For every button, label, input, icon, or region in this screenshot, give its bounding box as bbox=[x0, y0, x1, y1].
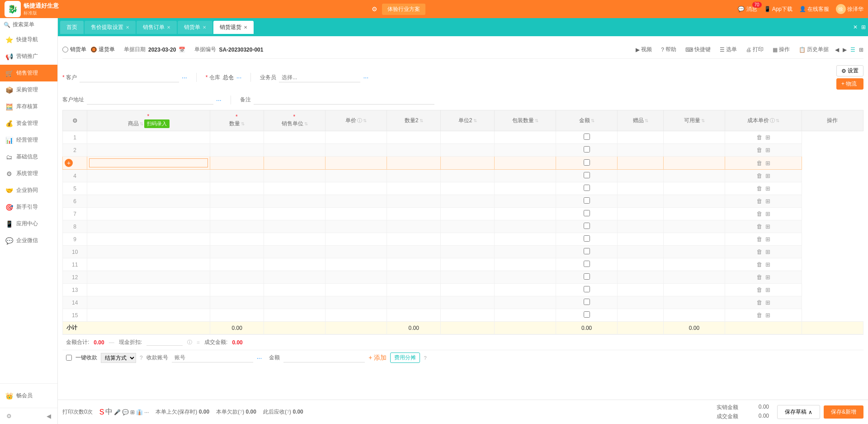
add-payment-btn[interactable]: + 添加 bbox=[368, 354, 387, 362]
table-row[interactable] bbox=[87, 144, 210, 157]
calc-method-select[interactable]: 结算方式 bbox=[101, 353, 136, 363]
row-copy-btn-9[interactable]: ⊞ bbox=[764, 235, 771, 243]
icon-chat[interactable]: 💬 bbox=[122, 409, 129, 415]
list-view-icon[interactable]: ☰ bbox=[850, 47, 855, 53]
experience-button[interactable]: 体验行业方案 bbox=[382, 4, 425, 15]
table-row[interactable] bbox=[87, 271, 210, 284]
gift-checkbox-4[interactable] bbox=[584, 172, 590, 178]
sidebar-item-member[interactable]: 👑 畅会员 bbox=[0, 387, 57, 404]
message-area[interactable]: 💬 消息 70 bbox=[738, 5, 757, 13]
gift-checkbox-10[interactable] bbox=[584, 248, 590, 254]
table-row[interactable] bbox=[87, 157, 210, 170]
gift-checkbox-15[interactable] bbox=[584, 311, 590, 318]
table-row[interactable] bbox=[87, 182, 210, 195]
sidebar-item-sales[interactable]: 🛒 销售管理 bbox=[0, 65, 57, 81]
next-record-icon[interactable]: ▶ bbox=[843, 47, 847, 53]
gift-checkbox-9[interactable] bbox=[584, 235, 590, 242]
sidebar-item-finance[interactable]: 💰 资金管理 bbox=[0, 115, 57, 132]
app-download-btn[interactable]: 📱 App下载 bbox=[764, 5, 793, 13]
icon-zhong[interactable]: 中 bbox=[105, 407, 113, 417]
row-copy-btn-7[interactable]: ⊞ bbox=[764, 210, 771, 218]
gift-checkbox-3[interactable] bbox=[584, 159, 590, 166]
row-delete-btn-9[interactable]: 🗑 bbox=[755, 235, 763, 243]
row-copy-btn-15[interactable]: ⊞ bbox=[764, 311, 771, 319]
row-copy-btn-10[interactable]: ⊞ bbox=[764, 248, 771, 256]
history-btn[interactable]: 📋 历史单据 bbox=[796, 44, 831, 55]
gift-checkbox-1[interactable] bbox=[584, 133, 590, 140]
video-btn[interactable]: ▶ 视频 bbox=[633, 44, 655, 55]
tab-close-sales-order[interactable]: ✕ bbox=[167, 25, 170, 30]
row-copy-btn-14[interactable]: ⊞ bbox=[764, 298, 771, 307]
one-key-payment-checkbox[interactable] bbox=[66, 355, 72, 361]
row-delete-btn-7[interactable]: 🗑 bbox=[755, 210, 763, 218]
gift-checkbox-5[interactable] bbox=[584, 185, 590, 191]
row-delete-btn-4[interactable]: 🗑 bbox=[755, 172, 763, 180]
tab-sales-return[interactable]: 销货退货 ✕ bbox=[213, 21, 254, 34]
help-btn[interactable]: ? 帮助 bbox=[658, 44, 679, 55]
save-new-button[interactable]: 保存&新增 bbox=[824, 405, 863, 419]
online-service-btn[interactable]: 👤 在线客服 bbox=[799, 5, 829, 13]
warehouse-select-btn[interactable]: ··· bbox=[236, 74, 242, 81]
settings-form-btn[interactable]: ⚙ 设置 bbox=[836, 65, 863, 76]
user-area[interactable]: 徐 徐泽华 bbox=[836, 4, 863, 14]
operate-btn[interactable]: ▦ 操作 bbox=[770, 44, 793, 55]
gift-checkbox-13[interactable] bbox=[584, 286, 590, 292]
row-copy-btn-6[interactable]: ⊞ bbox=[764, 197, 771, 205]
row-delete-btn-8[interactable]: 🗑 bbox=[755, 222, 763, 231]
tab-sales-order[interactable]: 销售订单 ✕ bbox=[137, 21, 177, 34]
salesperson-input[interactable] bbox=[279, 73, 360, 82]
payment-amount-input[interactable] bbox=[283, 353, 365, 362]
settings-icon[interactable]: ⚙ bbox=[372, 5, 377, 13]
search-menu-btn[interactable]: 🔍 搜索菜单 bbox=[0, 18, 57, 31]
note-input[interactable] bbox=[254, 95, 434, 105]
tab-expand-icon[interactable]: ⊞ bbox=[861, 24, 866, 30]
row-copy-btn-4[interactable]: ⊞ bbox=[764, 172, 771, 180]
gift-checkbox-11[interactable] bbox=[584, 261, 590, 267]
table-row[interactable] bbox=[87, 195, 210, 208]
account-select-btn[interactable]: ··· bbox=[257, 354, 262, 362]
table-row[interactable] bbox=[87, 284, 210, 296]
grid-view-icon[interactable]: ⊞ bbox=[859, 47, 863, 53]
tab-close-all-icon[interactable]: ✕ bbox=[853, 24, 858, 30]
table-row[interactable] bbox=[87, 233, 210, 246]
table-row[interactable] bbox=[87, 170, 210, 182]
table-row[interactable] bbox=[87, 220, 210, 233]
row-copy-btn-2[interactable]: ⊞ bbox=[764, 146, 771, 154]
row-copy-btn-8[interactable]: ⊞ bbox=[764, 222, 771, 231]
gift-checkbox-2[interactable] bbox=[584, 146, 590, 152]
gift-checkbox-7[interactable] bbox=[584, 210, 590, 216]
sidebar-settings-btn[interactable]: ⚙ bbox=[5, 412, 13, 420]
tab-close-sales-doc[interactable]: ✕ bbox=[203, 25, 206, 30]
row-delete-btn-10[interactable]: 🗑 bbox=[755, 248, 763, 256]
row-delete-btn-13[interactable]: 🗑 bbox=[755, 286, 763, 294]
row-delete-btn-14[interactable]: 🗑 bbox=[755, 298, 763, 307]
sidebar-item-operations[interactable]: 📊 经营管理 bbox=[0, 132, 57, 148]
cash-discount-input[interactable] bbox=[146, 339, 183, 346]
salesperson-select-btn[interactable]: ··· bbox=[363, 74, 368, 81]
scan-input-btn[interactable]: 扫码录入 bbox=[144, 119, 170, 128]
sidebar-item-inventory[interactable]: 🧮 库存核算 bbox=[0, 98, 57, 115]
col-settings-icon[interactable]: ⚙ bbox=[72, 117, 78, 124]
row-copy-btn-1[interactable]: ⊞ bbox=[764, 133, 771, 142]
shortcut-btn[interactable]: ⌨ 快捷键 bbox=[683, 44, 713, 55]
fee-split-btn[interactable]: 费用分摊 bbox=[390, 353, 420, 363]
row-delete-btn-6[interactable]: 🗑 bbox=[755, 197, 763, 205]
table-row[interactable] bbox=[87, 309, 210, 322]
account-input[interactable] bbox=[172, 353, 253, 362]
row-add-btn-cell[interactable]: + bbox=[63, 157, 87, 170]
gift-checkbox-12[interactable] bbox=[584, 273, 590, 280]
address-select-btn[interactable]: ··· bbox=[216, 96, 222, 104]
tab-price-settings[interactable]: 售价提取设置 ✕ bbox=[85, 21, 136, 34]
address-input[interactable] bbox=[87, 95, 213, 105]
table-row[interactable] bbox=[87, 258, 210, 271]
icon-grid[interactable]: ⊞ bbox=[130, 409, 135, 415]
sidebar-item-app-center[interactable]: 📱 应用中心 bbox=[0, 215, 57, 232]
prev-record-icon[interactable]: ◀ bbox=[835, 47, 839, 53]
sidebar-item-quick-nav[interactable]: ⭐ 快捷导航 bbox=[0, 31, 57, 48]
tab-home[interactable]: 首页 bbox=[60, 21, 84, 34]
tab-sales-doc[interactable]: 销货单 ✕ bbox=[178, 21, 212, 34]
select-btn[interactable]: ☰ 选单 bbox=[717, 44, 740, 55]
table-row[interactable] bbox=[87, 246, 210, 258]
row-delete-btn-3[interactable]: 🗑 bbox=[755, 159, 763, 167]
row-copy-btn-11[interactable]: ⊞ bbox=[764, 260, 771, 269]
